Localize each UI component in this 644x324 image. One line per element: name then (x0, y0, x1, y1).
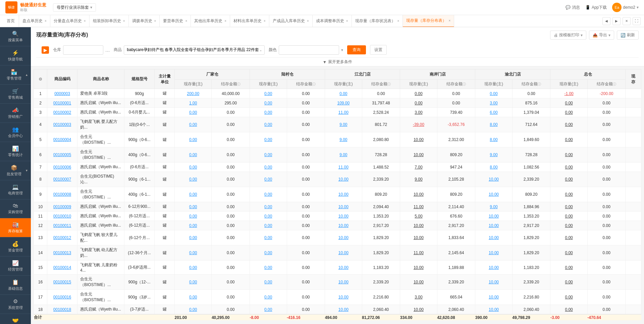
cell-c1a: 0.00 (212, 132, 250, 147)
expand-more-btn[interactable]: ▼ 展开更多条件 (36, 57, 639, 66)
tab-close-qty1[interactable]: × (397, 19, 399, 23)
tab-requisition[interactable]: 要货单历史 × (160, 15, 191, 27)
tab-prev-btn[interactable]: ◀ (602, 17, 610, 25)
cell-c1a: 0.00 (212, 117, 250, 132)
cell-c4q: 10.00 (400, 221, 437, 230)
sidebar-item-search[interactable]: 🔍 搜索英单 (0, 27, 31, 46)
sidebar-label-retail: 零售管理 (7, 76, 21, 81)
cell-unit: 罐 (155, 261, 175, 275)
sidebar-item-retail-mgmt[interactable]: 🏪 零售管理 ▲ (0, 65, 31, 85)
footer-ta: -470.64 (587, 314, 626, 320)
tab-stocklist[interactable]: 盘点单历史 × (19, 15, 50, 27)
cell-c4q: 9.00 (400, 172, 437, 187)
query-btn[interactable]: 查询 (347, 45, 366, 54)
message-btn[interactable]: 💬 消息 (566, 5, 580, 10)
color-dropdown-arrow[interactable]: ▾ (341, 48, 343, 52)
tab-expand-btn[interactable]: ⛶ (633, 17, 641, 25)
refresh-label: 刷新 (627, 32, 635, 38)
tab-stockqty2[interactable]: 现存量（库存分布表） × (403, 15, 454, 27)
tab-stockqty1[interactable]: 现存量（库存状况表） × (352, 15, 403, 27)
cell-cur (626, 290, 641, 305)
print-arrow: ▾ (581, 33, 583, 38)
cell-c5a: 1,829.20 (512, 245, 550, 261)
sidebar-item-retail-store[interactable]: 🛒 零售商城 (0, 85, 31, 104)
cell-code: 00100015 (47, 275, 77, 290)
footer-c1q: 201.00 (175, 314, 212, 320)
tab-close-qty2[interactable]: × (448, 19, 450, 22)
user-area[interactable]: Ea demo2 ▾ (612, 3, 639, 12)
table-row: 5 00100004 合生元（BIOSTIME）... 900g（0-6... … (34, 132, 641, 147)
table-row: 17 00100016 合生元（BIOSTIME）... 900g（3岁... … (34, 290, 641, 305)
cell-c1q: 1.00 (175, 98, 212, 108)
tab-costadjust[interactable]: 成本调整单历史 × (313, 15, 352, 27)
export-btn[interactable]: 📤 导出 ▾ (589, 31, 614, 40)
footer-tq: -3.00 (550, 314, 587, 320)
refresh-btn[interactable]: 🔄 刷新 (617, 31, 639, 40)
color-input[interactable] (279, 45, 339, 55)
sidebar-item-system[interactable]: ⚙ 系统管理 (0, 295, 31, 314)
cell-seq: 10 (34, 202, 47, 212)
cell-c2q: 0.00 (250, 132, 287, 147)
tab-productin[interactable]: 产成品入库单历史 × (269, 15, 313, 27)
warehouse-input[interactable] (63, 45, 103, 55)
tab-otherout[interactable]: 其他出库单历史 × (191, 15, 230, 27)
tab-splitstock[interactable]: 分量盘点单历史 × (50, 15, 90, 27)
cell-tq: -1.00 (550, 89, 587, 98)
table-row: 4 00100003 飞鹤星飞帆 婴儿配方奶... 1段(0-6个... 罐 0… (34, 117, 641, 132)
sidebar-item-member[interactable]: 👥 会员中心 (0, 123, 31, 142)
app-download-btn[interactable]: 📱 App下载 (585, 5, 607, 10)
cell-c4a: 2,339.20 (437, 275, 475, 290)
sidebar-item-stock[interactable]: 🏭 库存核算 (0, 218, 31, 237)
cell-cur (626, 245, 641, 261)
tab-close-material[interactable]: × (264, 19, 266, 23)
sidebar-item-purchase[interactable]: 🛍 采购管理 (0, 199, 31, 218)
tab-close-transfer[interactable]: × (154, 19, 156, 23)
tab-kitunpack[interactable]: 组装拆卸单历史 × (90, 15, 129, 27)
tab-close-kit[interactable]: × (123, 19, 125, 23)
print-icon: 🖨 (554, 33, 558, 38)
print-btn[interactable]: 🖨 按模板打印 ▾ (550, 31, 586, 40)
cell-c5a: 1,829.20 (512, 230, 550, 245)
warehouse-dots[interactable]: ... (105, 47, 110, 53)
tab-home[interactable]: 首页 (3, 15, 19, 27)
tab-close-stocklist[interactable]: × (45, 19, 47, 23)
finance-icon: 💰 (1, 241, 30, 247)
cell-name: 飞鹤星飞帆 儿童奶粉 4... (77, 261, 124, 275)
th-gen-qty: 现存量(主) (550, 80, 587, 89)
settings-btn[interactable]: 设置 (370, 45, 387, 55)
tab-close-split[interactable]: × (84, 19, 86, 23)
expand-orange-btn[interactable]: ▶ (42, 46, 49, 54)
th-fac-qty: 现存量(主) (175, 80, 212, 89)
tab-close-all-btn[interactable]: ✕ (623, 17, 631, 25)
tab-close-req[interactable]: × (185, 19, 187, 23)
cell-c2a: 0.00 (287, 108, 325, 117)
sidebar-item-shortcut[interactable]: ⚡ 快捷导航 (0, 46, 31, 65)
tab-close-cost[interactable]: × (346, 19, 348, 23)
sidebar-item-basics[interactable]: 📋 基础信息 (0, 276, 31, 295)
cell-c2a: 0.00 (287, 98, 325, 108)
sidebar-item-ecomm[interactable]: 💻 电商管理 (0, 180, 31, 199)
cell-c2a: 0.00 (287, 290, 325, 305)
tab-transfer[interactable]: 调拨单历史 × (129, 15, 160, 27)
cell-code: 0000003 (47, 89, 77, 98)
sidebar-item-finance[interactable]: 💰 资金管理 (0, 237, 31, 257)
sidebar-item-marketing[interactable]: 📣 营销推广 (0, 104, 31, 123)
tab-close-other[interactable]: × (224, 19, 226, 23)
product-input[interactable] (124, 45, 265, 55)
sidebar-label-wholesale: 批发管理 (7, 172, 21, 177)
industry-selector[interactable]: 母婴行业演示陈套 ▾ (53, 3, 96, 12)
cell-ta: 0.00 (587, 108, 626, 117)
sidebar-item-collab[interactable]: 🤝 企业协同 (0, 314, 31, 324)
cell-seq: 14 (34, 245, 47, 261)
sidebar-item-ops[interactable]: 📈 经营管理 (0, 257, 31, 276)
cell-c3q: 10.00 (325, 230, 362, 245)
cell-tq: 0.00 (550, 212, 587, 221)
tab-next-btn[interactable]: ▶ (612, 17, 621, 25)
sidebar-item-retail-stat[interactable]: 📊 零售统计 (0, 142, 31, 161)
tab-materialout[interactable]: 材料出库单历史 × (230, 15, 269, 27)
tab-close-prod[interactable]: × (307, 19, 309, 23)
sidebar-item-wholesale[interactable]: 📦 批发管理 ▼ (0, 161, 31, 180)
cell-c5q: 10.00 (475, 261, 512, 275)
cell-spec: 400g（6-1... (124, 187, 155, 202)
gear-icon[interactable]: ⚙ (39, 77, 42, 82)
